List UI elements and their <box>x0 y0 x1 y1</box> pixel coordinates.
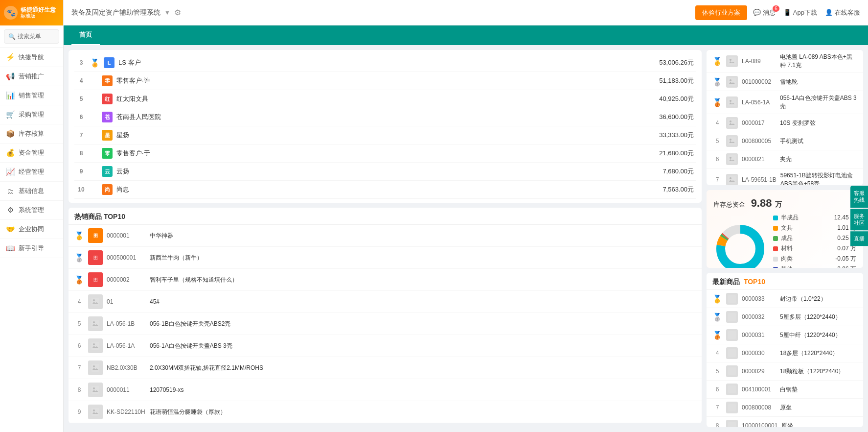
product-rank: 🥉 <box>74 275 84 285</box>
legend-item: 半成品 12.45 万 <box>773 214 856 222</box>
svg-point-23 <box>730 157 731 159</box>
svg-point-17 <box>730 100 731 102</box>
sidebar-item-label: 采购管理 <box>19 110 44 119</box>
customer-service-float-btn[interactable]: 客服热线 <box>850 186 868 208</box>
rank-icon: 🥈 <box>712 77 722 87</box>
brand-sub: 标准版 <box>21 13 56 19</box>
product-name: 45# <box>150 298 696 305</box>
customer-name: 苍南县人民医院 <box>116 113 655 121</box>
svg-point-5 <box>93 343 95 345</box>
svg-rect-10 <box>91 408 99 416</box>
table-row: 4 零 零售客户·许 51,183.00元 <box>74 72 696 90</box>
rank-number: 4 <box>712 350 722 357</box>
newest-row: 🥇 LA-089 电池盖 LA-089 ABS本色+黑种 7.1克 <box>707 50 863 73</box>
header-dropdown-icon[interactable]: ▼ <box>164 9 170 16</box>
product-row: 8 0000011 12070519-xs <box>69 379 702 401</box>
sales-icon: 📊 <box>6 91 15 100</box>
legend-label: 成品 <box>781 234 834 242</box>
product-name: 18颗粒板（1220*2440） <box>780 367 857 376</box>
hot-products-card: 热销商品 TOP10 🥇 图 0000001 中华神器 🥈 图 00050000… <box>69 208 702 423</box>
message-button[interactable]: 💬 消息 6 <box>753 8 776 17</box>
rank-number: 5 <box>76 96 86 102</box>
mobile-icon: 📱 <box>783 9 791 16</box>
sidebar-item-finance[interactable]: 💰 资金管理 <box>0 144 63 163</box>
rank-number: 3 <box>76 59 86 66</box>
app-download-button[interactable]: 📱 App下载 <box>783 8 817 17</box>
product-code: LA-056-1A <box>742 99 776 106</box>
customer-amount: 33,333.00元 <box>659 131 694 140</box>
legend-value: -3.86 万 <box>835 265 856 268</box>
sidebar: 🐾 畅捷通好生意 标准版 🔍 搜索菜单 ⚡ 快捷导航 📢 营销推广 📊 销售管理… <box>0 0 64 432</box>
sidebar-item-marketing[interactable]: 📢 营销推广 <box>0 67 63 86</box>
newest-row: 4 0000017 10S 变刹罗弦 <box>707 114 863 132</box>
sidebar-item-inventory[interactable]: 📦 库存核算 <box>0 124 63 144</box>
newest-row: 🥉 0000031 5厘中纤（1220*2440） <box>707 326 863 344</box>
product-code: 000800005 <box>742 138 776 144</box>
legend-item: 肉类 -0.05 万 <box>773 255 856 263</box>
product-code: 000500001 <box>107 254 146 261</box>
svg-rect-36 <box>728 313 736 321</box>
sidebar-item-sales[interactable]: 📊 销售管理 <box>0 86 63 105</box>
product-rank: 6 <box>74 342 84 349</box>
product-name: 封边带（1.0*22） <box>780 295 857 303</box>
inventory-icon: 📦 <box>6 129 15 138</box>
tab-home[interactable]: 首页 <box>71 25 100 45</box>
svg-rect-24 <box>728 176 736 184</box>
svg-rect-2 <box>91 320 99 328</box>
newest-row: 7 LA-59651-1B 59651-1B旋转投影灯电池盒ABS黑色+58壳 <box>707 168 863 185</box>
legend-item: 成品 0.25 万 <box>773 234 856 242</box>
sidebar-item-label: 资金管理 <box>19 148 44 157</box>
svg-point-25 <box>730 177 731 179</box>
sidebar-item-guide[interactable]: 📖 新手引导 <box>0 239 63 258</box>
header-settings-icon[interactable]: ⚙ <box>174 8 181 17</box>
product-rank: 8 <box>74 386 84 393</box>
product-code: LA-59651-1B <box>742 176 777 183</box>
newest-row: 5 0000029 18颗粒板（1220*2440） <box>707 362 863 381</box>
live-float-btn[interactable]: 直播 <box>850 231 868 246</box>
inventory-legend: 半成品 12.45 万 文具 1.01 万 <box>773 214 856 268</box>
svg-rect-12 <box>728 57 736 65</box>
quick-nav-icon: ⚡ <box>6 53 15 62</box>
online-service-button[interactable]: 👤 在线客服 <box>825 8 860 17</box>
avatar: 苍 <box>102 112 113 122</box>
sidebar-item-quick-nav[interactable]: ⚡ 快捷导航 <box>0 48 63 67</box>
product-row: 🥉 图 0000002 智利车子里（规格不知道填什么） <box>69 269 702 291</box>
svg-rect-20 <box>728 137 736 145</box>
product-img <box>726 347 738 359</box>
svg-rect-22 <box>728 155 736 163</box>
svg-point-15 <box>730 79 731 81</box>
product-img <box>726 365 738 377</box>
sidebar-item-system[interactable]: ⚙ 系统管理 <box>0 201 63 220</box>
customer-amount: 36,600.00元 <box>659 113 694 121</box>
sidebar-item-label: 销售管理 <box>19 91 44 100</box>
avatar: 零 <box>102 75 113 86</box>
sidebar-item-label: 系统管理 <box>19 206 44 215</box>
product-code: 10000100001 <box>742 422 777 427</box>
product-code: LA-056-1A <box>107 342 146 349</box>
svg-rect-4 <box>91 342 99 350</box>
sidebar-item-cooperation[interactable]: 🤝 企业协同 <box>0 220 63 239</box>
header-actions: 💬 消息 6 📱 App下载 👤 在线客服 <box>753 8 860 17</box>
product-image: 图 <box>88 228 103 243</box>
sidebar-item-basic-info[interactable]: 🗂 基础信息 <box>0 182 63 201</box>
product-img <box>726 96 738 108</box>
svg-rect-16 <box>728 98 736 106</box>
product-img <box>726 329 738 341</box>
svg-rect-14 <box>728 78 736 86</box>
guide-icon: 📖 <box>6 244 15 253</box>
try-plan-button[interactable]: 体验行业方案 <box>695 5 747 20</box>
product-img <box>726 384 738 395</box>
sidebar-item-label: 经营管理 <box>19 168 44 176</box>
rank-number: 4 <box>76 77 86 84</box>
svg-point-7 <box>93 365 95 367</box>
customer-name: 尚忠 <box>116 185 659 194</box>
search-menu-button[interactable]: 🔍 搜索菜单 <box>4 29 59 44</box>
product-name: 原坐 <box>780 404 857 412</box>
product-name: 智利车子里（规格不知道填什么） <box>150 276 696 284</box>
product-image-placeholder <box>88 294 103 309</box>
sidebar-item-purchase[interactable]: 🛒 采购管理 <box>0 105 63 124</box>
service-community-float-btn[interactable]: 服务社区 <box>850 209 868 231</box>
tab-home-label: 首页 <box>79 31 92 38</box>
newest-row: 5 000800005 手机测试 <box>707 132 863 150</box>
sidebar-item-operations[interactable]: 📈 经营管理 <box>0 163 63 182</box>
